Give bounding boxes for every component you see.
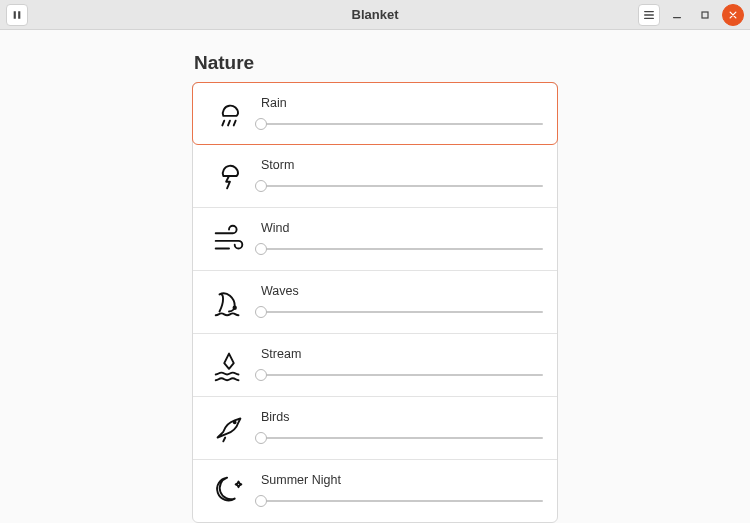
sound-label: Stream	[261, 347, 543, 361]
sound-body: Waves	[261, 284, 543, 320]
sound-label: Summer Night	[261, 473, 543, 487]
titlebar: Blanket	[0, 0, 750, 30]
summer-night-icon	[207, 469, 251, 513]
birds-icon	[207, 406, 251, 450]
minimize-button[interactable]	[666, 4, 688, 26]
volume-slider[interactable]	[261, 430, 543, 446]
sound-label: Rain	[261, 96, 543, 110]
sound-label: Birds	[261, 410, 543, 424]
sound-row-storm[interactable]: Storm	[193, 144, 557, 207]
svg-rect-1	[18, 11, 20, 19]
slider-handle[interactable]	[255, 180, 267, 192]
sound-row-wind[interactable]: Wind	[193, 207, 557, 270]
volume-slider[interactable]	[261, 367, 543, 383]
slider-handle[interactable]	[255, 432, 267, 444]
sound-row-birds[interactable]: Birds	[193, 396, 557, 459]
sound-row-summer-night[interactable]: Summer Night	[193, 459, 557, 522]
sound-body: Rain	[261, 96, 543, 132]
wind-icon	[207, 217, 251, 261]
sound-row-stream[interactable]: Stream	[193, 333, 557, 396]
hamburger-menu-button[interactable]	[638, 4, 660, 26]
content-area: Nature RainStormWindWavesStreamBirdsSumm…	[0, 30, 750, 523]
storm-icon	[207, 154, 251, 198]
slider-handle[interactable]	[255, 495, 267, 507]
stream-icon	[207, 343, 251, 387]
sound-list: RainStormWindWavesStreamBirdsSummer Nigh…	[192, 82, 558, 523]
slider-handle[interactable]	[255, 118, 267, 130]
sound-label: Wind	[261, 221, 543, 235]
volume-slider[interactable]	[261, 178, 543, 194]
svg-point-4	[234, 421, 236, 423]
sound-body: Stream	[261, 347, 543, 383]
waves-icon	[207, 280, 251, 324]
slider-handle[interactable]	[255, 306, 267, 318]
sound-body: Storm	[261, 158, 543, 194]
sound-label: Waves	[261, 284, 543, 298]
section-title: Nature	[194, 52, 558, 74]
svg-rect-2	[702, 12, 708, 18]
volume-slider[interactable]	[261, 493, 543, 509]
sound-body: Birds	[261, 410, 543, 446]
rain-icon	[207, 92, 251, 136]
svg-rect-0	[14, 11, 16, 19]
slider-handle[interactable]	[255, 243, 267, 255]
sound-body: Wind	[261, 221, 543, 257]
volume-slider[interactable]	[261, 116, 543, 132]
maximize-button[interactable]	[694, 4, 716, 26]
sound-body: Summer Night	[261, 473, 543, 509]
pause-button[interactable]	[6, 4, 28, 26]
sound-row-rain[interactable]: Rain	[192, 82, 558, 145]
volume-slider[interactable]	[261, 241, 543, 257]
volume-slider[interactable]	[261, 304, 543, 320]
close-button[interactable]	[722, 4, 744, 26]
sound-row-waves[interactable]: Waves	[193, 270, 557, 333]
slider-handle[interactable]	[255, 369, 267, 381]
sound-label: Storm	[261, 158, 543, 172]
